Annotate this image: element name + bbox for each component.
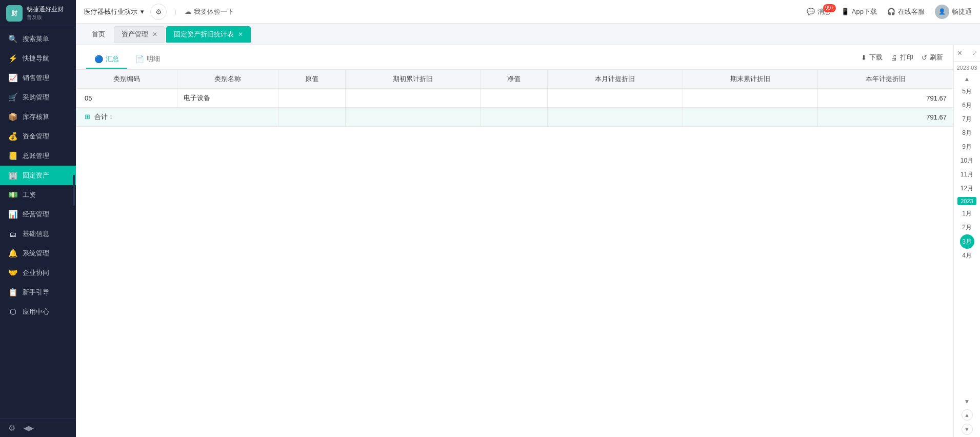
sidebar-label-app-center: 应用中心: [23, 307, 49, 316]
month-item-11[interactable]: 11月: [954, 168, 980, 182]
subtab-detail-label: 明细: [147, 54, 160, 64]
online-service-label: 在线客服: [898, 7, 925, 16]
month-item-8[interactable]: 8月: [954, 126, 980, 140]
experience-button[interactable]: ☁ 我要体验一下: [185, 7, 234, 16]
experience-label: 我要体验一下: [194, 7, 234, 16]
month-item-5[interactable]: 5月: [954, 85, 980, 98]
sidebar-logo: 财 畅捷通好业财 普及版: [0, 0, 76, 26]
subtotal-original: [278, 108, 346, 127]
month-item-4[interactable]: 4月: [954, 249, 980, 263]
col-category-code: 类别编码: [76, 70, 177, 89]
sidebar-item-ledger[interactable]: 📒总账管理: [0, 146, 76, 166]
subtab-summary[interactable]: 🔵 汇总: [86, 50, 127, 69]
sidebar-item-search[interactable]: 🔍搜索菜单: [0, 29, 76, 49]
month-item-6[interactable]: 6月: [954, 98, 980, 112]
message-button[interactable]: 💬 消息 99+: [807, 7, 831, 16]
subtabs: 🔵 汇总 📄 明细 ⬇ 下载 🖨 打印: [76, 45, 953, 69]
refresh-button[interactable]: ↺ 刷新: [922, 53, 943, 62]
sidebar-label-finance: 资金管理: [23, 132, 49, 141]
sidebar-icon-fixed-assets: 🏢: [8, 171, 17, 180]
settings-button[interactable]: ⚙: [150, 4, 167, 20]
sidebar-icon-purchase: 🛒: [8, 93, 17, 102]
topbar: 医疗器械行业演示 ▾ ⚙ | ☁ 我要体验一下 💬 消息 99+ 📱 App下载…: [76, 0, 980, 24]
topbar-right: 💬 消息 99+ 📱 App下载 🎧 在线客服 👤 畅捷通: [807, 5, 972, 19]
sidebar-icon-search: 🔍: [8, 34, 17, 44]
month-item-2[interactable]: 2月: [954, 221, 980, 234]
download-button[interactable]: ⬇ 下载: [861, 53, 883, 62]
nav-down-button[interactable]: ▼: [962, 424, 973, 435]
month-item-9[interactable]: 9月: [954, 140, 980, 154]
sidebar-item-inventory[interactable]: 📦库存核算: [0, 107, 76, 127]
panel-expand-icon[interactable]: ⤢: [972, 50, 977, 56]
sidebar-item-cooperation[interactable]: 🤝企业协同: [0, 263, 76, 283]
sidebar-item-system[interactable]: 🔔系统管理: [0, 244, 76, 263]
month-item-3-selected[interactable]: 3月: [960, 234, 974, 249]
panel-close-icon[interactable]: ✕: [957, 49, 963, 57]
tab-asset-mgmt-close-icon[interactable]: ✕: [152, 31, 157, 38]
app-download-button[interactable]: 📱 App下载: [841, 7, 877, 16]
tab-home-label: 首页: [92, 30, 105, 39]
col-original-value: 原值: [278, 70, 346, 89]
sidebar-item-payroll[interactable]: 💵工资: [0, 185, 76, 205]
sidebar-icon-app-center: ⬡: [8, 307, 17, 316]
user-button[interactable]: 👤 畅捷通: [935, 5, 972, 19]
sidebar-item-finance[interactable]: 💰资金管理: [0, 127, 76, 146]
sidebar-icon-cooperation: 🤝: [8, 268, 17, 277]
settings-icon[interactable]: ⚙: [8, 423, 15, 433]
row-net: [481, 89, 548, 108]
sidebar-label-basic-info: 基础信息: [23, 229, 49, 239]
phone-icon: 📱: [841, 8, 849, 15]
sidebar: 财 畅捷通好业财 普及版 🔍搜索菜单⚡快捷导航📈销售管理🛒采购管理📦库存核算💰资…: [0, 0, 76, 437]
scroll-up-button[interactable]: ▲: [954, 73, 980, 85]
headset-icon: 🎧: [887, 8, 895, 15]
sidebar-label-cooperation: 企业协同: [23, 268, 49, 277]
tab-depreciation-close-icon[interactable]: ✕: [238, 31, 243, 38]
company-selector[interactable]: 医疗器械行业演示 ▾: [84, 7, 144, 16]
tab-depreciation-label: 固定资产折旧统计表: [174, 30, 234, 39]
month-item-7[interactable]: 7月: [954, 112, 980, 126]
row-init-accum: [345, 89, 481, 108]
download-icon: ⬇: [861, 54, 867, 62]
row-code: 05: [76, 89, 177, 108]
subtab-detail[interactable]: 📄 明细: [127, 50, 168, 69]
sidebar-item-app-center[interactable]: ⬡应用中心: [0, 302, 76, 322]
sidebar-label-system: 系统管理: [23, 249, 49, 258]
sidebar-label-sales: 销售管理: [23, 73, 49, 83]
tab-home[interactable]: 首页: [84, 26, 113, 43]
month-item-10[interactable]: 10月: [954, 154, 980, 168]
collapse-icon[interactable]: ◀▶: [24, 424, 34, 432]
nav-up-button[interactable]: ▲: [962, 409, 973, 421]
app-logo-icon: 财: [6, 5, 23, 22]
sidebar-icon-guide: 📋: [8, 288, 17, 297]
subtotal-month-dep: [547, 108, 683, 127]
print-label: 打印: [900, 53, 913, 62]
sidebar-item-fixed-assets[interactable]: 🏢固定资产: [0, 166, 76, 185]
col-init-accum-dep: 期初累计折旧: [345, 70, 481, 89]
sidebar-item-quick-nav[interactable]: ⚡快捷导航: [0, 49, 76, 68]
sidebar-icon-system: 🔔: [8, 249, 17, 258]
sidebar-item-basic-info[interactable]: 🗂基础信息: [0, 224, 76, 244]
subtotal-end-accum: [683, 108, 818, 127]
sidebar-item-purchase[interactable]: 🛒采购管理: [0, 88, 76, 107]
sidebar-item-guide[interactable]: 📋新手引导: [0, 283, 76, 302]
main-area: 医疗器械行业演示 ▾ ⚙ | ☁ 我要体验一下 💬 消息 99+ 📱 App下载…: [76, 0, 980, 437]
period-label: 2023.03: [954, 62, 980, 73]
print-icon: 🖨: [891, 54, 897, 62]
row-original: [278, 89, 346, 108]
sidebar-icon-ledger: 📒: [8, 151, 17, 161]
download-label: 下载: [869, 53, 883, 62]
tab-asset-mgmt[interactable]: 资产管理 ✕: [114, 26, 165, 43]
month-item-1[interactable]: 1月: [954, 207, 980, 221]
scroll-down-button[interactable]: ▼: [954, 396, 980, 407]
chevron-down-icon: ▾: [141, 8, 144, 15]
app-name: 畅捷通好业财: [27, 6, 64, 14]
tab-depreciation-report[interactable]: 固定资产折旧统计表 ✕: [166, 26, 251, 43]
print-button[interactable]: 🖨 打印: [891, 53, 913, 62]
sidebar-item-sales[interactable]: 📈销售管理: [0, 68, 76, 88]
row-month-dep: [547, 89, 683, 108]
month-item-12[interactable]: 12月: [954, 182, 980, 195]
online-service-button[interactable]: 🎧 在线客服: [887, 7, 925, 16]
sidebar-item-operations[interactable]: 📊经营管理: [0, 205, 76, 224]
sidebar-icon-quick-nav: ⚡: [8, 54, 17, 63]
sidebar-label-fixed-assets: 固定资产: [23, 171, 49, 180]
